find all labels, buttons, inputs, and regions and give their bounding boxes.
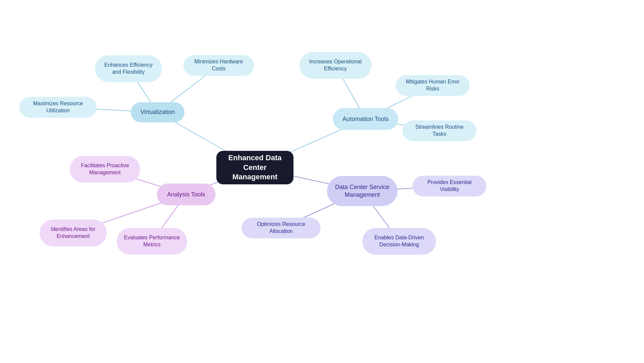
node-optimizes: Optimizes Resource Allocation [242,218,321,238]
node-provides: Provides Essential Visibility [413,176,486,196]
node-label-streamlines: Streamlines Routine Tasks [408,124,471,138]
node-enables: Enables Data-Driven Decision-Making [362,228,436,255]
node-analysis: Analysis Tools [157,184,216,205]
node-label-enables: Enables Data-Driven Decision-Making [368,234,431,248]
node-enhances: Enhances Efficiency and Flexibility [95,55,162,82]
node-streamlines: Streamlines Routine Tasks [402,120,476,141]
node-minimizes: Minimizes Hardware Costs [183,55,254,76]
node-label-center: Enhanced Data Center Management [222,153,288,182]
node-label-automation: Automation Tools [342,115,389,123]
node-identifies: Identifies Areas for Enhancement [40,220,107,246]
node-mitigates: Mitigates Human Error Risks [396,75,470,96]
node-label-minimizes: Minimizes Hardware Costs [189,58,249,72]
mind-map: Enhanced Data Center ManagementVirtualiz… [0,0,644,363]
node-label-provides: Provides Essential Visibility [418,179,481,193]
node-label-maximizes: Maximizes Resource Utilization [25,100,91,114]
node-label-evaluates: Evaluates Performance Metrics [122,234,182,248]
node-center: Enhanced Data Center Management [216,151,293,184]
node-increases: Increases Operational Efficiency [300,52,372,79]
node-label-analysis: Analysis Tools [167,190,205,198]
node-label-identifies: Identifies Areas for Enhancement [45,226,101,240]
node-dcservices: Data Center Service Management [327,176,397,206]
node-label-dcservices: Data Center Service Management [332,183,392,199]
node-maximizes: Maximizes Resource Utilization [19,97,97,118]
node-label-increases: Increases Operational Efficiency [305,58,366,72]
node-facilitates: Facilitates Proactive Management [70,156,140,183]
node-label-virtualization: Virtualization [141,108,175,116]
node-label-mitigates: Mitigates Human Error Risks [401,78,464,93]
node-virtualization: Virtualization [131,102,184,122]
node-label-facilitates: Facilitates Proactive Management [75,162,135,176]
node-evaluates: Evaluates Performance Metrics [117,228,187,255]
node-label-enhances: Enhances Efficiency and Flexibility [100,62,157,76]
node-automation: Automation Tools [333,108,398,130]
node-label-optimizes: Optimizes Resource Allocation [247,221,315,235]
